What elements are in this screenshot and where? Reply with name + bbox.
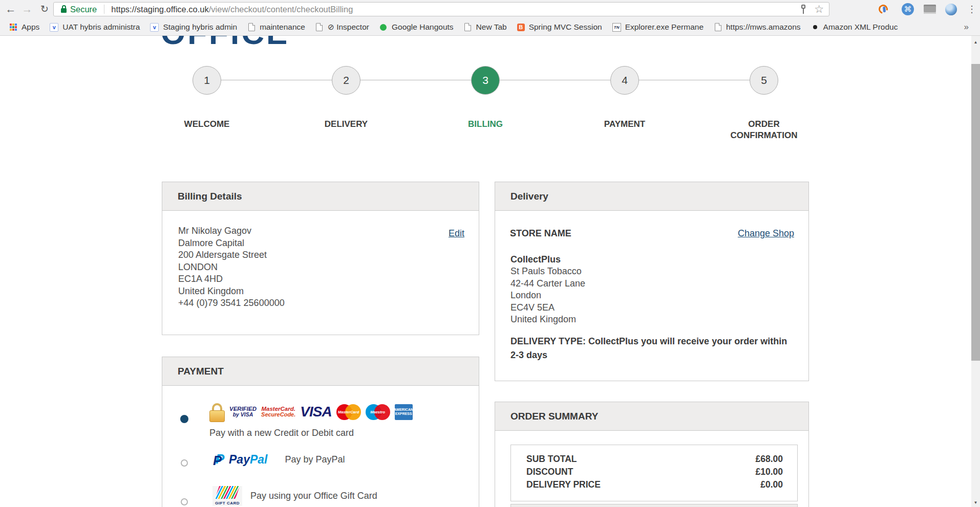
bookmark-label: Amazon XML Produc [823, 23, 898, 32]
pay-giftcard-label[interactable]: Pay using your Office Gift Card [250, 491, 377, 501]
omnibox-divider [104, 5, 104, 14]
browser-menu-icon[interactable]: ⋮ [967, 3, 977, 16]
extension-icon-rest-client[interactable] [877, 3, 890, 16]
radio-pay-giftcard[interactable] [181, 498, 188, 505]
store-name: CollectPlus [510, 254, 585, 266]
radio-pay-card[interactable] [180, 415, 188, 423]
mastercard-securecode-icon: MasterCard. SecureCode. [261, 406, 295, 417]
billing-company: Dalmore Capital [178, 237, 285, 250]
order-total-bar [510, 504, 798, 507]
delivery-title: Delivery [495, 182, 808, 211]
secure-label[interactable]: Secure [70, 5, 97, 14]
bookmark-google-hangouts[interactable]: Google Hangouts [374, 23, 459, 32]
hybris-icon: v [150, 23, 159, 32]
page-icon [464, 23, 472, 31]
scrollbar-thumb[interactable] [971, 64, 980, 361]
bookmark-maintenance[interactable]: maintenance [242, 23, 310, 32]
reload-icon[interactable]: ↻ [37, 2, 52, 17]
mastercard-icon: MasterCard [336, 404, 361, 420]
bookmark-amazon-xml[interactable]: Amazon XML Produc [806, 23, 903, 32]
vertical-scrollbar[interactable]: ▲ ▼ [971, 36, 980, 507]
store-address: CollectPlus St Pauls Tobacco 42-44 Carte… [510, 254, 585, 325]
subtotal-label: SUB TOTAL [526, 453, 577, 466]
hybris-icon: v [50, 23, 58, 32]
summary-row-subtotal: SUB TOTAL £68.00 [526, 453, 783, 466]
paypal-option-row[interactable]: P P PayPal Pay by PayPal [213, 451, 345, 468]
bookmark-label: Staging hybris admin [163, 23, 237, 32]
pay-card-label[interactable]: Pay with a new Credit or Debit card [209, 428, 354, 438]
discount-value: £10.00 [755, 466, 783, 478]
scroll-up-icon[interactable]: ▲ [971, 38, 980, 47]
bookmarks-bar: Apps v UAT hybris administra v Staging h… [0, 19, 980, 36]
forward-icon[interactable]: → [19, 2, 35, 17]
bookmark-label: Explorer.exe Permane [625, 23, 704, 32]
radio-pay-paypal[interactable] [181, 459, 188, 467]
dot-icon [811, 23, 819, 31]
bookmark-label: Spring MVC Session [529, 23, 602, 32]
office-logo[interactable]: OFFICE [161, 36, 309, 50]
step-connector [221, 80, 332, 80]
bookmark-apps[interactable]: Apps [4, 23, 45, 32]
pay-paypal-label[interactable]: Pay by PayPal [285, 454, 345, 465]
delivery-panel: Delivery STORE NAME Change Shop CollectP… [495, 182, 809, 381]
change-shop-link[interactable]: Change Shop [738, 228, 794, 239]
bookmark-explorer-exe[interactable]: TN Explorer.exe Permane [607, 23, 709, 32]
step-circle-delivery[interactable]: 2 [332, 66, 360, 95]
step-connector [639, 80, 750, 80]
bookmark-label: maintenance [260, 23, 305, 32]
verified-by-visa-icon: VERIFIED by VISA [229, 406, 257, 417]
step-circle-payment[interactable]: 4 [610, 66, 639, 95]
step-circle-welcome[interactable]: 1 [193, 66, 221, 95]
billing-postcode: EC1A 4HD [178, 273, 285, 285]
store-line: St Pauls Tobacco [510, 266, 585, 277]
apps-grid-icon [9, 23, 17, 31]
amex-icon: AMERICAN EXPRESS [395, 404, 413, 420]
bookmark-staging-hybris[interactable]: v Staging hybris admin [145, 23, 242, 32]
giftcard-option-row[interactable]: GIFT CARD Pay using your Office Gift Car… [212, 486, 377, 506]
address-bar[interactable]: Secure https://staging.office.co.uk/view… [53, 2, 829, 16]
blogger-icon: B [517, 24, 525, 31]
tn-icon: TN [612, 23, 621, 32]
edit-billing-link[interactable]: Edit [449, 228, 464, 239]
step-label-delivery: DELIVERY [295, 119, 397, 130]
bookmark-uat-hybris[interactable]: v UAT hybris administra [45, 23, 145, 32]
store-line: United Kingdom [510, 314, 585, 325]
bookmark-label: Apps [22, 23, 39, 32]
bookmark-inspector[interactable]: ⊘ Inspector [310, 23, 374, 32]
step-circle-order-confirmation[interactable]: 5 [750, 66, 778, 95]
password-key-icon[interactable] [801, 5, 806, 14]
step-circle-billing[interactable]: 3 [471, 66, 500, 95]
store-name-label: STORE NAME [510, 228, 571, 239]
bookmark-label: https://mws.amazons [726, 23, 801, 32]
discount-label: DISCOUNT [526, 466, 573, 478]
bookmark-new-tab[interactable]: New Tab [459, 23, 512, 32]
card-scheme-icons: VERIFIED by VISA MasterCard. SecureCode.… [209, 400, 413, 424]
bookmark-mws-amazon[interactable]: https://mws.amazons [709, 23, 806, 32]
extension-icon-globe[interactable] [944, 3, 957, 16]
scroll-down-icon[interactable]: ▼ [971, 498, 980, 507]
extension-icon-card[interactable] [923, 3, 936, 16]
hangouts-icon [379, 23, 388, 31]
url-text[interactable]: https://staging.office.co.uk/view/checko… [111, 5, 353, 14]
url-host: https://staging.office.co.uk [111, 5, 208, 14]
back-icon[interactable]: ← [3, 2, 18, 17]
office-logo-text: OFFICE [161, 36, 309, 49]
bookmark-spring-mvc[interactable]: B Spring MVC Session [512, 23, 607, 32]
bookmark-label: UAT hybris administra [62, 23, 140, 32]
visa-icon: VISA [300, 404, 331, 420]
step-label-order-confirmation: ORDER CONFIRMATION [720, 119, 807, 141]
billing-details-panel: Billing Details Mr Nikolay Gagov Dalmore… [162, 182, 479, 335]
delivery-type-text: DELIVERY TYPE: CollectPlus you will rece… [510, 335, 793, 362]
page-icon [315, 23, 324, 31]
bookmarks-overflow-icon[interactable]: » [964, 22, 976, 32]
maestro-icon: Maestro [366, 404, 390, 420]
bookmark-label: Google Hangouts [392, 23, 454, 32]
step-label-welcome: WELCOME [156, 119, 258, 130]
billing-phone: +44 (0)79 3541 25600000 [178, 297, 285, 310]
store-line: 42-44 Carter Lane [510, 278, 585, 290]
bookmark-label: New Tab [476, 23, 507, 32]
extension-icon-command[interactable]: ⌘ [901, 3, 914, 16]
billing-details-title: Billing Details [162, 182, 479, 211]
bookmark-star-icon[interactable]: ☆ [814, 4, 824, 14]
paypal-wordmark: PayPal [229, 453, 267, 467]
